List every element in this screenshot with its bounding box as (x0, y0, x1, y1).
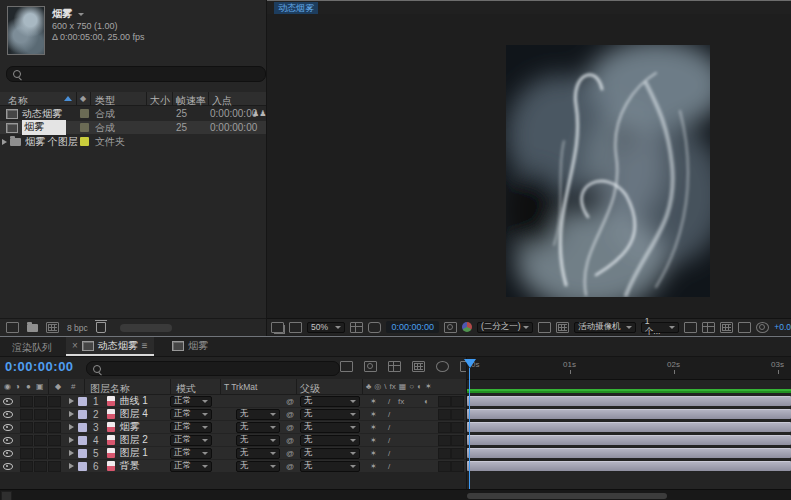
expand-arrow-icon[interactable] (2, 139, 7, 145)
trkmat-select[interactable]: 无 (236, 461, 280, 472)
tab-render-queue[interactable]: 渲染队列 (12, 341, 52, 355)
layer-duration-bar[interactable] (467, 448, 791, 458)
layer-duration-bar[interactable] (467, 409, 791, 419)
layer-row[interactable]: 1 曲线 1 正常 @ 无 ✶ / fx ◐ (0, 395, 466, 408)
layer-duration-bar[interactable] (467, 435, 791, 445)
resolution-select[interactable]: (二分之一) (477, 322, 533, 333)
blend-mode-select[interactable]: 正常 (170, 435, 212, 446)
fast-previews-icon[interactable] (702, 322, 715, 333)
twirl-arrow-icon[interactable] (69, 398, 74, 404)
visibility-eye-icon[interactable] (3, 411, 13, 418)
timeline-divider[interactable] (466, 357, 467, 489)
parent-select[interactable]: 无 (300, 409, 360, 420)
pixel-aspect-icon[interactable] (684, 322, 697, 333)
layer-duration-bar[interactable] (467, 461, 791, 471)
tab-comp-inactive[interactable]: 烟雾 (172, 339, 208, 353)
layer-label-swatch[interactable] (78, 410, 87, 419)
visibility-eye-icon[interactable] (3, 437, 13, 444)
quality-switch[interactable]: / (388, 462, 390, 471)
twirl-arrow-icon[interactable] (69, 463, 74, 469)
mini-flowchart-icon[interactable] (340, 361, 353, 372)
layer-label-swatch[interactable] (78, 436, 87, 445)
playhead-line[interactable] (469, 368, 470, 489)
blend-mode-select[interactable]: 正常 (170, 396, 212, 407)
shy-switch-icon[interactable]: ♣ (366, 382, 371, 391)
parent-select[interactable]: 无 (300, 396, 360, 407)
layer-row[interactable]: 6 背景 正常 无 @ 无 ✶ / (0, 460, 466, 473)
column-size[interactable]: 大小 (150, 94, 170, 108)
region-of-interest-icon[interactable] (368, 322, 381, 333)
close-tab-icon[interactable]: × (72, 340, 78, 351)
layer-duration-bar[interactable] (467, 396, 791, 406)
layer-name[interactable]: 图层 1 (120, 446, 148, 460)
collapse-switch-icon[interactable]: ◎ (374, 382, 381, 391)
project-thumbnail[interactable] (7, 6, 45, 55)
number-column-icon[interactable]: # (71, 382, 75, 391)
collapse-switch[interactable]: ✶ (370, 423, 377, 432)
quality-switch[interactable]: / (388, 449, 390, 458)
layer-row[interactable]: 2 图层 4 正常 无 @ 无 ✶ / (0, 408, 466, 421)
collapse-switch[interactable]: ✶ (370, 397, 377, 406)
timeline-search-input[interactable] (86, 361, 340, 376)
adjustment-layer-icon[interactable]: ◐ (424, 397, 429, 406)
quality-switch[interactable]: / (388, 423, 390, 432)
blend-mode-select[interactable]: 正常 (170, 409, 212, 420)
layer-name[interactable]: 图层 4 (120, 407, 148, 421)
column-mode[interactable]: 模式 (176, 382, 196, 396)
trkmat-select[interactable]: 无 (236, 435, 280, 446)
grid-guides-icon[interactable] (350, 322, 363, 333)
blend-mode-select[interactable]: 正常 (170, 448, 212, 459)
layer-row[interactable]: 4 图层 2 正常 无 @ 无 ✶ / (0, 434, 466, 447)
target-region-icon[interactable] (538, 322, 551, 333)
layer-name[interactable]: 曲线 1 (120, 394, 148, 408)
frame-blend-icon[interactable] (412, 361, 425, 372)
visibility-eye-icon[interactable] (3, 424, 13, 431)
item-name-editing[interactable]: 烟雾 (22, 120, 66, 135)
title-dropdown-icon[interactable] (78, 13, 84, 16)
hide-shy-layers-icon[interactable] (388, 361, 401, 372)
visibility-eye-icon[interactable] (3, 398, 13, 405)
project-scrollbar[interactable] (120, 324, 172, 332)
frame-blend-switch-icon[interactable]: ▦ (399, 382, 407, 391)
viewer-pasteboard[interactable] (267, 14, 791, 318)
twirl-arrow-icon[interactable] (69, 411, 74, 417)
layer-row[interactable]: 5 图层 1 正常 无 @ 无 ✶ / (0, 447, 466, 460)
label-color-swatch[interactable] (80, 109, 89, 118)
lock-column-icon[interactable]: ▣ (36, 382, 44, 391)
snapshot-pair-icon[interactable] (271, 322, 284, 333)
sort-ascending-icon[interactable] (64, 96, 72, 101)
layer-label-swatch[interactable] (78, 397, 87, 406)
layer-duration-bar[interactable] (467, 422, 791, 432)
project-item-row[interactable]: 烟雾 个图层 文件夹 (0, 135, 266, 148)
pickwhip-icon[interactable]: @ (286, 397, 294, 406)
layer-label-swatch[interactable] (78, 462, 87, 471)
view-layout-select[interactable]: 1 个... (641, 322, 679, 333)
label-column-icon[interactable]: ◆ (55, 382, 61, 391)
effects-switch-icon[interactable]: fx (389, 382, 395, 391)
label-color-swatch[interactable] (80, 137, 89, 146)
parent-select[interactable]: 无 (300, 461, 360, 472)
exposure-value[interactable]: +0.0 (774, 322, 791, 332)
trkmat-select[interactable]: 无 (236, 422, 280, 433)
column-framerate[interactable]: 帧速率 (176, 94, 206, 108)
layer-name[interactable]: 背景 (120, 459, 140, 473)
quality-switch[interactable]: / (388, 397, 390, 406)
magnification-select[interactable]: 50% (307, 322, 345, 333)
flowchart-icon[interactable] (738, 322, 751, 333)
interpret-footage-icon[interactable] (6, 322, 19, 333)
trkmat-select[interactable]: 无 (236, 448, 280, 459)
layer-label-swatch[interactable] (78, 449, 87, 458)
blend-mode-select[interactable]: 正常 (170, 422, 212, 433)
transparency-grid-icon[interactable] (556, 322, 569, 333)
motion-blur-switch-icon[interactable]: ○ (409, 382, 414, 391)
timeline-h-scrollbar[interactable] (467, 493, 667, 499)
exposure-reset-icon[interactable] (756, 322, 769, 333)
video-column-icon[interactable]: ◉ (4, 382, 11, 391)
viewer-timecode[interactable]: 0:00:00:00 (386, 321, 439, 333)
panel-menu-icon[interactable]: ≡ (142, 340, 148, 351)
quality-switch[interactable]: / (388, 410, 390, 419)
collapse-switch[interactable]: ✶ (370, 462, 377, 471)
twirl-arrow-icon[interactable] (69, 450, 74, 456)
column-trkmat[interactable]: T TrkMat (224, 382, 257, 392)
time-ruler[interactable]: 0s 01s 02s 03s (467, 357, 791, 380)
